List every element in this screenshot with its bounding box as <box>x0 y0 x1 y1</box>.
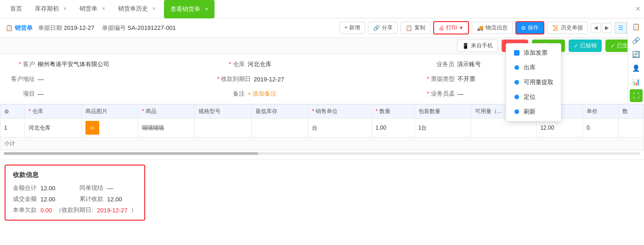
doc-number-item: 单据编号 SA-20191227-001 <box>102 24 176 32</box>
copy-button[interactable]: 📋 复制 <box>401 22 430 34</box>
print-dropdown-arrow: ▼ <box>459 25 463 30</box>
project-row: 项目 — <box>7 88 217 99</box>
salesperson-label: 业务员孟 <box>427 90 455 98</box>
row-seq: 1 <box>0 119 25 137</box>
tab-sales-order-close[interactable]: × <box>102 6 105 12</box>
ticket-type-value: 不开票 <box>458 75 475 83</box>
tab-sales-history[interactable]: 销货单历史 × <box>112 0 162 18</box>
doc-meta: 单据日期 2019-12-27 单据编号 SA-20191227-001 <box>38 24 176 32</box>
print-icon: 🖨 <box>439 25 444 31</box>
customer-row: 客户 柳州粤港平安气体有限公司 <box>7 59 217 70</box>
history-button[interactable]: 📜 历史单据 <box>547 22 588 34</box>
sidebar-icon-2[interactable]: 🔗 <box>630 34 643 47</box>
prev-arrow[interactable]: ◀ <box>591 23 601 33</box>
col-price: 单价 <box>583 105 619 119</box>
doc-date-value: 2019-12-27 <box>64 24 95 31</box>
amount-total-label: 金额合计 <box>13 184 37 192</box>
row-min-stock <box>251 119 308 137</box>
tab-inventory-init-close[interactable]: × <box>63 6 67 12</box>
refresh-item[interactable]: 刷新 <box>506 104 561 119</box>
operation-icon: ⚙ <box>521 25 526 31</box>
row-unit: 台 <box>308 119 372 137</box>
col-spec: 规格型号 <box>195 105 251 119</box>
payment-grid: 金额合计 12.00 同单现结 — 成交金额 12.00 累计收款 12.00 <box>13 184 137 214</box>
tab-view-sales[interactable]: 查看销货单 × <box>164 0 215 18</box>
locate-item[interactable]: 定位 <box>506 90 561 104</box>
payment-date-label: 收款到期日 <box>217 75 251 83</box>
address-value: — <box>38 76 44 83</box>
same-order-value: — <box>107 185 113 192</box>
transaction-label: 成交金额 <box>13 195 37 203</box>
window-close-btn[interactable]: × <box>635 4 640 14</box>
tab-sales-order[interactable]: 销货单 × <box>73 0 112 18</box>
h-scrollbar-track[interactable] <box>4 152 640 155</box>
due-value: 0.00 <box>40 207 52 214</box>
product-image: 🏷 <box>85 121 99 135</box>
row-img: 🏷 <box>81 119 138 137</box>
cumulative-item: 累计收款 12.00 <box>79 195 137 203</box>
list-view-btn[interactable]: ☰ <box>615 22 627 34</box>
amount-total-value: 12.00 <box>40 185 56 192</box>
row-qty: 1.00 <box>372 119 414 137</box>
col-amount: 数 <box>618 105 644 119</box>
tab-home[interactable]: 首页 <box>4 0 28 18</box>
toolbar-actions: + 新增 🔗 分享 📋 复制 🖨 打印 ▼ 🚚 物流信息 <box>339 21 638 34</box>
void-icon: ✓ <box>574 43 578 49</box>
sidebar-icon-5[interactable]: 📊 <box>630 75 643 88</box>
operation-dropdown: 添加发票 出库 可用量提取 定位 刷新 <box>506 43 561 121</box>
remark-add-btn[interactable]: + 添加备注 <box>248 90 277 98</box>
scrollbar-area <box>0 150 644 157</box>
outbound-label: 出库 <box>524 63 536 72</box>
tab-sales-history-label: 销货单历史 <box>118 5 148 13</box>
voided-btn[interactable]: ✓ 已核销 <box>569 40 602 52</box>
sidebar-icon-1[interactable]: 📋 <box>630 20 643 33</box>
nav-arrows: ◀ ▶ <box>591 23 612 33</box>
from-mobile-btn[interactable]: 📱 来自手机 <box>457 40 498 52</box>
same-order-label: 同单现结 <box>79 184 103 192</box>
row-warehouse: 河北仓库 <box>25 119 81 137</box>
tab-inventory-init-label: 库存期初 <box>35 5 59 13</box>
due-note-end: ） <box>131 206 137 214</box>
same-order-item: 同单现结 — <box>79 184 137 192</box>
payment-date-value: 2019-12-27 <box>254 76 284 83</box>
next-arrow[interactable]: ▶ <box>602 23 612 33</box>
available-qty-item[interactable]: 可用量提取 <box>506 75 561 90</box>
remark-label: 备注 <box>217 90 245 98</box>
customer-value: 柳州粤港平安气体有限公司 <box>38 60 109 68</box>
h-scrollbar-thumb[interactable] <box>4 152 258 155</box>
new-button[interactable]: + 新增 <box>339 22 365 34</box>
due-date: 2019-12-27 <box>97 207 128 214</box>
outbound-item[interactable]: 出库 <box>506 60 561 75</box>
refresh-icon <box>514 108 520 115</box>
locate-label: 定位 <box>524 93 536 101</box>
staff-label: 业务员 <box>427 60 454 68</box>
row-pack-qty: 1台 <box>414 119 471 137</box>
add-invoice-item[interactable]: 添加发票 <box>506 46 561 60</box>
row-spec <box>195 119 251 137</box>
refresh-label: 刷新 <box>524 108 536 116</box>
project-value: — <box>38 91 44 97</box>
tab-inventory-init[interactable]: 库存期初 × <box>28 0 73 18</box>
col-settings[interactable]: ⚙ <box>0 105 25 119</box>
sidebar-icon-3[interactable]: 🔄 <box>630 48 643 61</box>
col-pack-qty: 包装数量 <box>414 105 471 119</box>
tab-view-sales-close[interactable]: × <box>205 6 208 12</box>
logistics-button[interactable]: 🚚 物流信息 <box>472 22 513 34</box>
col-min-stock: 最低库存 <box>251 105 308 119</box>
col-unit: 销售单位 <box>308 105 372 119</box>
doc-icon: 📋 销货单 <box>6 24 33 32</box>
amount-total-item: 金额合计 12.00 <box>13 184 70 192</box>
print-button[interactable]: 🖨 打印 ▼ <box>433 21 469 34</box>
operation-button[interactable]: ⚙ 操作 <box>515 21 544 34</box>
row-amount <box>618 119 644 137</box>
tab-sales-history-close[interactable]: × <box>153 6 156 12</box>
sidebar-icon-expand[interactable]: ⛶ <box>630 89 643 102</box>
due-label: 本单欠款 <box>13 206 37 214</box>
sidebar-icon-4[interactable]: 👤 <box>630 62 643 74</box>
address-row: 客户地址 — <box>7 74 217 85</box>
col-warehouse: 仓库 <box>25 105 81 119</box>
add-invoice-icon <box>514 50 520 56</box>
warehouse-value: 河北仓库 <box>248 60 271 68</box>
share-button[interactable]: 🔗 分享 <box>368 22 398 34</box>
salesperson-value: — <box>458 91 463 97</box>
